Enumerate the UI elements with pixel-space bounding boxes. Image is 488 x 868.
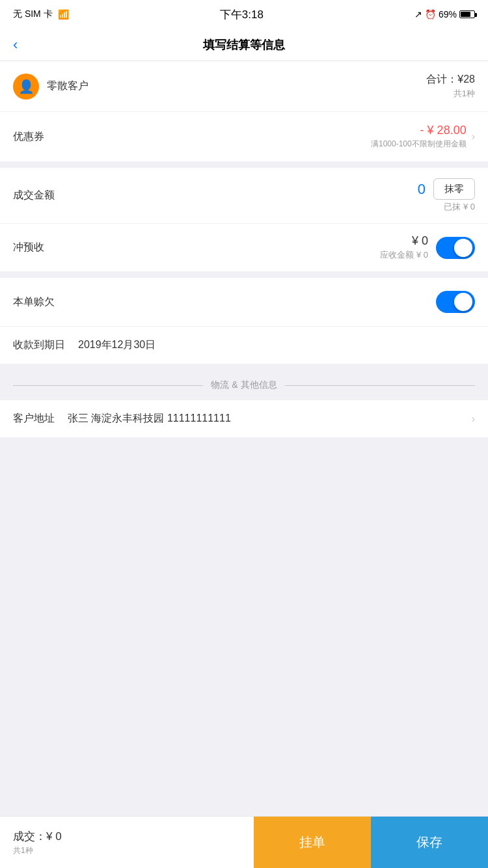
address-chevron-icon: › (472, 413, 475, 425)
transaction-amount-sub: 已抹 ¥ 0 (444, 201, 475, 213)
coupon-chevron-icon: › (472, 131, 475, 142)
location-icon: ↗ (414, 9, 422, 20)
prepayment-amount: ¥ 0 (380, 234, 428, 248)
transaction-amount-label: 成交金额 (13, 189, 55, 202)
coupon-description: 满1000-100不限制使用金额 (371, 139, 467, 150)
back-button[interactable]: ‹ (13, 36, 18, 53)
debt-toggle-knob (454, 293, 472, 311)
logistics-label: 物流 & 其他信息 (211, 379, 277, 391)
address-card: 客户地址 张三 海淀永丰科技园 11111111111 › (0, 400, 488, 437)
avatar-icon: 👤 (18, 79, 34, 94)
logistics-section: 物流 & 其他信息 (0, 370, 488, 400)
battery-icon (459, 10, 475, 18)
prepayment-label: 冲预收 (13, 241, 44, 254)
prepayment-toggle-knob (454, 239, 472, 257)
status-bar: 无 SIM 卡 📶 下午3:18 ↗ ⏰ 69% (0, 0, 488, 29)
customer-left: 👤 零散客户 (13, 74, 88, 100)
debt-label: 本单赊欠 (13, 295, 55, 309)
main-content: 👤 零散客户 合计：¥28 共1种 优惠券 - ¥ 28.00 满1000-10… (0, 61, 488, 522)
bottom-spacer (0, 444, 488, 522)
due-date-row: 收款到期日 2019年12月30日 (0, 326, 488, 364)
prepayment-sub: 应收金额 ¥ 0 (380, 249, 428, 261)
coupon-row[interactable]: 优惠券 - ¥ 28.00 满1000-100不限制使用金额 › (0, 111, 488, 161)
customer-row: 👤 零散客户 合计：¥28 共1种 (0, 61, 488, 111)
wifi-icon: 📶 (58, 9, 69, 20)
status-right: ↗ ⏰ 69% (414, 9, 475, 20)
status-time: 下午3:18 (220, 7, 264, 22)
bottom-summary-sub: 共1种 (13, 845, 241, 856)
transaction-amount-row: 成交金额 0 抹零 已抹 ¥ 0 (0, 168, 488, 224)
status-left: 无 SIM 卡 📶 (13, 8, 69, 20)
bottom-bar: 成交：¥ 0 共1种 挂单 保存 (0, 816, 488, 868)
transaction-card: 成交金额 0 抹零 已抹 ¥ 0 冲预收 ¥ 0 应收金额 ¥ 0 (0, 168, 488, 271)
total-amount: 合计：¥28 (426, 73, 475, 87)
address-value: 张三 海淀永丰科技园 11111111111 (68, 412, 472, 426)
summary-amount: ¥ 0 (46, 830, 62, 843)
summary-label: 成交： (13, 830, 46, 843)
logistics-line-right (285, 385, 475, 386)
total-count: 共1种 (426, 88, 475, 100)
prepayment-amount-col: ¥ 0 应收金额 ¥ 0 (380, 234, 428, 261)
debt-card: 本单赊欠 收款到期日 2019年12月30日 (0, 278, 488, 364)
customer-avatar: 👤 (13, 74, 39, 100)
bottom-summary-top: 成交：¥ 0 (13, 829, 241, 844)
due-date-value: 2019年12月30日 (78, 338, 156, 352)
coupon-right: - ¥ 28.00 满1000-100不限制使用金额 › (371, 124, 475, 150)
customer-name: 零散客户 (47, 79, 88, 93)
page-title: 填写结算等信息 (203, 37, 285, 53)
customer-right: 合计：¥28 共1种 (426, 73, 475, 100)
debt-toggle[interactable] (436, 291, 475, 313)
due-date-label: 收款到期日 (13, 338, 65, 352)
logistics-line-left (13, 385, 203, 386)
transaction-amount-value: 0 (418, 181, 426, 198)
coupon-value-col: - ¥ 28.00 满1000-100不限制使用金额 (371, 124, 467, 150)
prepayment-toggle[interactable] (436, 237, 475, 259)
bottom-summary: 成交：¥ 0 共1种 (0, 829, 254, 856)
sim-status: 无 SIM 卡 (13, 8, 53, 20)
coupon-label: 优惠券 (13, 130, 44, 144)
address-row[interactable]: 客户地址 张三 海淀永丰科技园 11111111111 › (0, 400, 488, 437)
prepayment-row: 冲预收 ¥ 0 应收金额 ¥ 0 (0, 224, 488, 271)
battery-percent: 69% (439, 9, 457, 20)
save-button[interactable]: 保存 (371, 817, 488, 869)
nav-bar: ‹ 填写结算等信息 (0, 29, 488, 61)
alarm-icon: ⏰ (425, 9, 436, 20)
debt-row: 本单赊欠 (0, 278, 488, 326)
customer-card: 👤 零散客户 合计：¥28 共1种 优惠券 - ¥ 28.00 满1000-10… (0, 61, 488, 161)
pending-button[interactable]: 挂单 (254, 817, 371, 869)
address-label: 客户地址 (13, 412, 55, 426)
coupon-discount: - ¥ 28.00 (371, 124, 467, 137)
transaction-amount-value-col: 0 抹零 (418, 178, 475, 200)
round-button[interactable]: 抹零 (433, 178, 475, 200)
